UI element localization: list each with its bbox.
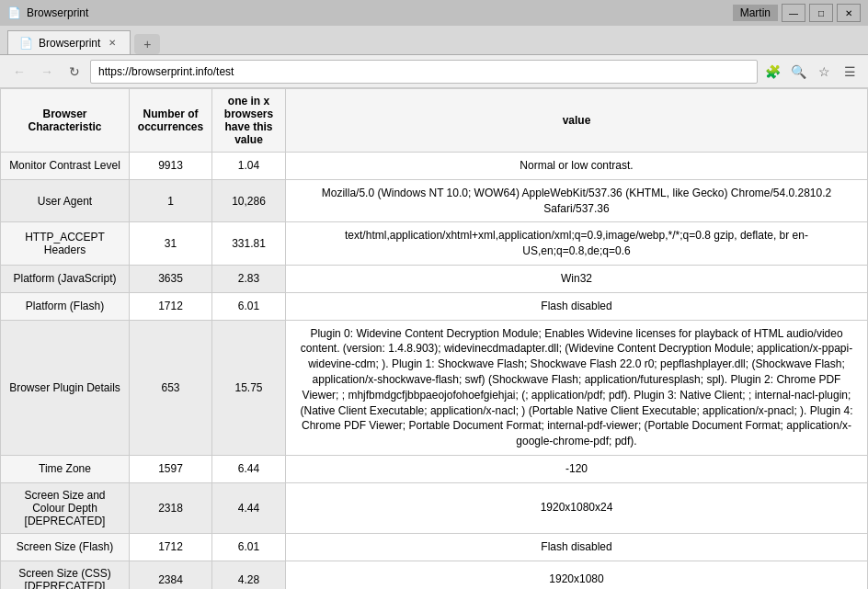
menu-icon[interactable]: ☰ (839, 61, 861, 83)
browser-tab[interactable]: 📄 Browserprint ✕ (7, 30, 131, 54)
cell-value: Mozilla/5.0 (Windows NT 10.0; WOW64) App… (286, 179, 868, 222)
cell-ratio: 6.01 (212, 533, 286, 561)
refresh-button[interactable]: ↻ (63, 60, 86, 84)
cell-characteristic: User Agent (1, 179, 130, 222)
cell-occurrences: 9913 (130, 153, 212, 180)
cell-ratio: 2.83 (212, 265, 286, 292)
table-row: Platform (Flash)17126.01Flash disabled (1, 292, 868, 320)
title-bar-left: 📄 Browserprint (7, 6, 88, 19)
cell-ratio: 331.81 (212, 222, 286, 266)
cell-characteristic: Platform (JavaScript) (1, 265, 130, 292)
cell-value: 1920x1080 (286, 561, 868, 589)
table-row: Time Zone15976.44-120 (1, 455, 868, 482)
col-header-ratio: one in x browsers have this value (212, 89, 286, 153)
cell-occurrences: 1712 (130, 533, 212, 561)
cell-characteristic: Screen Size (CSS) [DEPRECATED] (1, 561, 130, 589)
cell-ratio: 1.04 (212, 153, 286, 180)
zoom-icon[interactable]: 🔍 (787, 61, 809, 83)
page-icon: 📄 (7, 6, 21, 19)
table-row: HTTP_ACCEPT Headers31331.81text/html,app… (1, 222, 868, 266)
table-row: Platform (JavaScript)36352.83Win32 (1, 265, 868, 292)
cell-value: Flash disabled (286, 292, 868, 320)
cell-value: text/html,application/xhtml+xml,applicat… (286, 222, 868, 266)
back-button[interactable]: ← (7, 60, 31, 84)
tab-label: Browserprint (39, 37, 100, 50)
table-row: Browser Plugin Details65315.75Plugin 0: … (1, 320, 868, 455)
cell-characteristic: HTTP_ACCEPT Headers (1, 222, 130, 266)
cell-characteristic: Monitor Contrast Level (1, 153, 130, 180)
cell-occurrences: 653 (130, 320, 212, 455)
cell-value: Win32 (286, 265, 868, 292)
cell-ratio: 4.44 (212, 482, 286, 533)
cell-occurrences: 31 (130, 222, 212, 266)
minimize-button[interactable]: — (782, 4, 805, 22)
user-label: Martin (733, 5, 778, 21)
tab-bar: 📄 Browserprint ✕ + (0, 26, 868, 55)
cell-value: Plugin 0: Widevine Content Decryption Mo… (286, 320, 868, 455)
nav-icons: 🧩 🔍 ☆ ☰ (761, 61, 861, 83)
cell-characteristic: Screen Size (Flash) (1, 533, 130, 561)
new-tab-button[interactable]: + (134, 34, 160, 54)
cell-characteristic: Browser Plugin Details (1, 320, 130, 455)
window-title: Browserprint (27, 6, 88, 19)
table-header-row: Browser Characteristic Number of occurre… (1, 89, 868, 153)
title-bar: 📄 Browserprint Martin — □ ✕ (0, 0, 868, 26)
address-input[interactable] (98, 65, 749, 78)
tab-icon: 📄 (19, 37, 33, 50)
cell-ratio: 4.28 (212, 561, 286, 589)
title-bar-right: Martin — □ ✕ (733, 4, 861, 22)
cell-occurrences: 1 (130, 179, 212, 222)
tab-close-button[interactable]: ✕ (106, 37, 119, 50)
cell-value: 1920x1080x24 (286, 482, 868, 533)
cell-characteristic: Screen Size and Colour Depth [DEPRECATED… (1, 482, 130, 533)
cell-characteristic: Platform (Flash) (1, 292, 130, 320)
forward-button[interactable]: → (35, 60, 59, 84)
table-row: Screen Size and Colour Depth [DEPRECATED… (1, 482, 868, 533)
cell-value: Flash disabled (286, 533, 868, 561)
address-bar[interactable] (90, 60, 758, 84)
extensions-icon[interactable]: 🧩 (761, 61, 783, 83)
maximize-button[interactable]: □ (809, 4, 833, 22)
table-row: Monitor Contrast Level99131.04Normal or … (1, 153, 868, 180)
cell-value: -120 (286, 455, 868, 482)
cell-occurrences: 3635 (130, 265, 212, 292)
cell-ratio: 10,286 (212, 179, 286, 222)
table-row: Screen Size (Flash)17126.01Flash disable… (1, 533, 868, 561)
close-button[interactable]: ✕ (837, 4, 861, 22)
cell-occurrences: 2384 (130, 561, 212, 589)
col-header-occurrences: Number of occurrences (130, 89, 212, 153)
table-row: Screen Size (CSS) [DEPRECATED]23844.2819… (1, 561, 868, 589)
cell-ratio: 6.01 (212, 292, 286, 320)
cell-ratio: 6.44 (212, 455, 286, 482)
cell-occurrences: 1597 (130, 455, 212, 482)
col-header-characteristic: Browser Characteristic (1, 89, 130, 153)
nav-bar: ← → ↻ 🧩 🔍 ☆ ☰ (0, 55, 868, 88)
cell-ratio: 15.75 (212, 320, 286, 455)
table-row: User Agent110,286Mozilla/5.0 (Windows NT… (1, 179, 868, 222)
cell-occurrences: 1712 (130, 292, 212, 320)
col-header-value: value (286, 89, 868, 153)
content-area: Browser Characteristic Number of occurre… (0, 88, 868, 589)
cell-characteristic: Time Zone (1, 455, 130, 482)
bookmark-icon[interactable]: ☆ (813, 61, 835, 83)
fingerprint-table: Browser Characteristic Number of occurre… (0, 88, 868, 589)
cell-occurrences: 2318 (130, 482, 212, 533)
cell-value: Normal or low contrast. (286, 153, 868, 180)
